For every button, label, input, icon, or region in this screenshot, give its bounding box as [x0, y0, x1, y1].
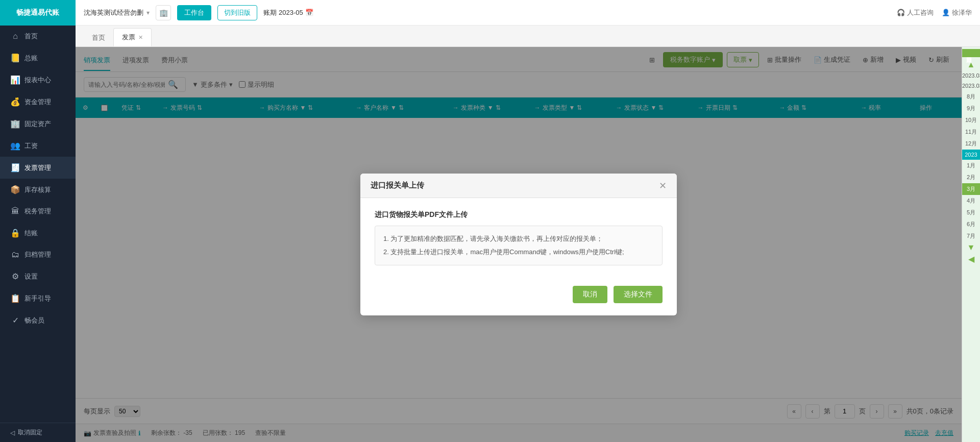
- funds-icon: 💰: [10, 97, 20, 107]
- modal-section-title: 进口货物报关单PDF文件上传: [375, 210, 663, 219]
- modal-close-btn[interactable]: ✕: [659, 181, 667, 190]
- modal-info-box: 1. 为了更加精准的数据匹配，请先录入海关缴款书，再上传对应的报关单； 2. 支…: [375, 226, 663, 265]
- topbar: 沈海英测试经营勿删 ▾ 🏢 工作台 切到旧版 账期 2023-05 📅 🎧 人工…: [76, 0, 980, 26]
- period-item-10[interactable]: 3月: [962, 183, 980, 195]
- modal-footer: 取消 选择文件: [360, 278, 677, 315]
- closing-icon: 🔒: [10, 228, 20, 238]
- sidebar-item-fixed-assets[interactable]: 🏢 固定资产: [0, 113, 76, 135]
- company-selector[interactable]: 沈海英测试经营勿删 ▾: [84, 8, 150, 17]
- building-icon: 🏢: [159, 9, 168, 17]
- sidebar-item-guide[interactable]: 📋 新手引导: [0, 287, 76, 309]
- sidebar-item-payroll[interactable]: 👥 工资: [0, 135, 76, 157]
- main-area: 沈海英测试经营勿删 ▾ 🏢 工作台 切到旧版 账期 2023-05 📅 🎧 人工…: [76, 0, 980, 442]
- period-item-13[interactable]: 6月: [962, 218, 980, 230]
- modal-title: 进口报关单上传: [371, 181, 424, 190]
- headset-icon: 🎧: [897, 9, 905, 16]
- period-display: 账期 2023-05 📅: [263, 8, 313, 17]
- support-btn[interactable]: 🎧 人工咨询: [897, 8, 934, 17]
- tabs-bar: 首页 发票 ✕: [76, 26, 980, 47]
- sidebar-item-funds[interactable]: 💰 资金管理: [0, 91, 76, 113]
- sidebar-collapse-btn[interactable]: ◁ 取消固定: [0, 423, 76, 442]
- collapse-icon: ◁: [10, 429, 15, 436]
- calendar-icon[interactable]: 📅: [305, 9, 313, 16]
- user-profile[interactable]: 👤 徐泽华: [942, 8, 972, 17]
- tab-close-icon[interactable]: ✕: [138, 34, 143, 41]
- invoice-mgmt-icon: 🧾: [10, 163, 20, 173]
- workspace-btn[interactable]: 工作台: [177, 5, 211, 20]
- upload-modal: 进口报关单上传 ✕ 进口货物报关单PDF文件上传 1. 为了更加精准的数据匹配，…: [360, 174, 677, 315]
- right-panel: 开票日期 ▲ 2023.03 2023.03 8月 9月 10月 11月 12月…: [962, 47, 980, 442]
- sidebar-item-inventory[interactable]: 📦 库存核算: [0, 179, 76, 201]
- company-icon-btn[interactable]: 🏢: [156, 5, 171, 20]
- payroll-icon: 👥: [10, 141, 20, 151]
- period-item-4[interactable]: 10月: [962, 114, 980, 126]
- period-item-3[interactable]: 9月: [962, 103, 980, 114]
- member-icon: ✓: [10, 315, 20, 325]
- period-item-9[interactable]: 2月: [962, 171, 980, 183]
- sidebar-item-settings[interactable]: ⚙ 设置: [0, 265, 76, 287]
- sidebar-item-tax-mgmt[interactable]: 🏛 税务管理: [0, 201, 76, 222]
- right-panel-header[interactable]: 开票日期: [962, 49, 980, 57]
- switch-version-btn[interactable]: 切到旧版: [217, 5, 257, 20]
- app-logo: 畅捷通易代账: [0, 0, 76, 26]
- topbar-right: 🎧 人工咨询 👤 徐泽华: [897, 8, 972, 17]
- period-item-8[interactable]: 1月: [962, 160, 980, 171]
- settings-icon: ⚙: [10, 272, 20, 281]
- period-nav-down[interactable]: ▼: [962, 242, 980, 253]
- company-name: 沈海英测试经营勿删: [84, 8, 143, 17]
- period-item-12[interactable]: 5月: [962, 207, 980, 218]
- modal-info-item-2: 2. 支持批量上传进口报关单，mac用户使用Command键，windows用户…: [383, 245, 654, 259]
- ledger-icon: 📒: [10, 53, 20, 63]
- tax-mgmt-icon: 🏛: [10, 207, 20, 216]
- tab-invoice[interactable]: 发票 ✕: [113, 28, 152, 46]
- period-item-0[interactable]: 2023.03: [962, 70, 980, 81]
- sidebar-item-invoice-mgmt[interactable]: 🧾 发票管理: [0, 157, 76, 179]
- modal-info-item-1: 1. 为了更加精准的数据匹配，请先录入海关缴款书，再上传对应的报关单；: [383, 232, 654, 245]
- period-nav-up[interactable]: ▲: [962, 59, 980, 70]
- sidebar-item-member[interactable]: ✓ 畅会员: [0, 309, 76, 331]
- period-item-11[interactable]: 4月: [962, 195, 980, 207]
- sidebar-item-closing[interactable]: 🔒 结账: [0, 222, 76, 244]
- period-item-6[interactable]: 12月: [962, 138, 980, 150]
- period-item-14[interactable]: 7月: [962, 230, 980, 242]
- sidebar-item-home[interactable]: ⌂ 首页: [0, 26, 76, 47]
- inventory-icon: 📦: [10, 185, 20, 194]
- sidebar-item-archive[interactable]: 🗂 归档管理: [0, 244, 76, 265]
- user-avatar-icon: 👤: [942, 9, 950, 16]
- period-item-7[interactable]: 2023: [962, 150, 980, 160]
- modal-body: 进口货物报关单PDF文件上传 1. 为了更加精准的数据匹配，请先录入海关缴款书，…: [360, 198, 677, 278]
- page-content: 销项发票 进项发票 费用小票 ⊞ 税务数字账户 ▾: [76, 47, 962, 442]
- archive-icon: 🗂: [10, 250, 20, 259]
- period-item-5[interactable]: 11月: [962, 126, 980, 138]
- right-panel-collapse-btn[interactable]: ◀: [962, 253, 980, 265]
- reports-icon: 📊: [10, 75, 20, 85]
- modal-cancel-btn[interactable]: 取消: [573, 286, 607, 303]
- modal-header: 进口报关单上传 ✕: [360, 174, 677, 198]
- fixed-assets-icon: 🏢: [10, 119, 20, 129]
- period-item-2[interactable]: 8月: [962, 91, 980, 103]
- sidebar: 畅捷通易代账 ⌂ 首页 📒 总账 📊 报表中心 💰 资金管理 🏢 固定资产 👥 …: [0, 0, 76, 442]
- period-item-1[interactable]: 2023.03: [962, 81, 980, 91]
- sidebar-item-reports[interactable]: 📊 报表中心: [0, 69, 76, 91]
- modal-overlay: 进口报关单上传 ✕ 进口货物报关单PDF文件上传 1. 为了更加精准的数据匹配，…: [76, 47, 962, 442]
- modal-select-file-btn[interactable]: 选择文件: [614, 286, 663, 303]
- tab-home[interactable]: 首页: [84, 29, 113, 46]
- company-dropdown-icon: ▾: [146, 9, 150, 16]
- home-icon: ⌂: [10, 32, 20, 41]
- guide-icon: 📋: [10, 293, 20, 303]
- sidebar-item-ledger[interactable]: 📒 总账: [0, 47, 76, 69]
